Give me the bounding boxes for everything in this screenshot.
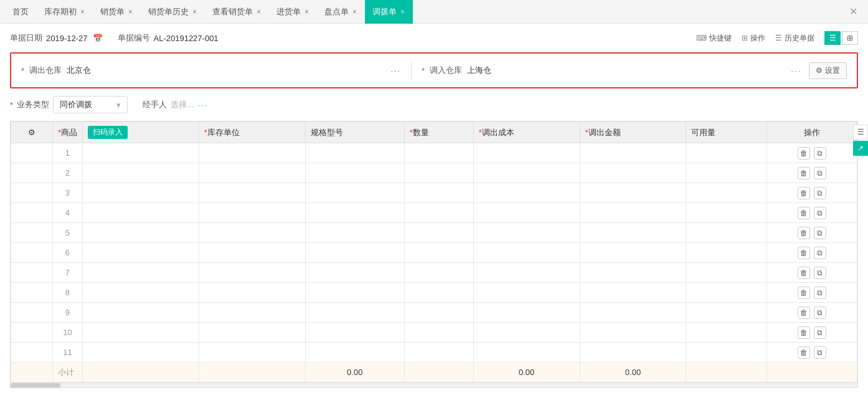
copy-row-icon[interactable]: ⧉ (814, 187, 826, 199)
person-more-btn[interactable]: ··· (197, 100, 208, 110)
person-placeholder[interactable]: 选择... (171, 99, 194, 110)
row-amount-cell (580, 303, 686, 323)
operations-btn[interactable]: ⊞ 操作 (742, 33, 765, 44)
row-unit-cell (199, 263, 305, 283)
delete-row-icon[interactable]: 🗑 (798, 227, 810, 239)
copy-row-icon[interactable]: ⧉ (814, 326, 826, 339)
row-amount-cell (580, 183, 686, 203)
tab-view-sales[interactable]: 查看销货单 × (205, 0, 269, 24)
float-expand-btn[interactable]: ↗ (853, 141, 868, 156)
delete-row-icon[interactable]: 🗑 (798, 307, 810, 319)
copy-row-icon[interactable]: ⧉ (814, 147, 826, 159)
history-icon: ☰ (775, 34, 782, 42)
in-warehouse-value: 上海仓 (467, 65, 491, 76)
row-gear-cell (11, 143, 53, 163)
tab-sales-history[interactable]: 销货单历史 × (141, 0, 205, 24)
delete-row-icon[interactable]: 🗑 (798, 287, 810, 299)
subtotal-qty-val (404, 363, 473, 383)
date-field: 单据日期 2019-12-27 📅 (10, 32, 103, 44)
row-scan-cell (82, 183, 199, 203)
delete-row-icon[interactable]: 🗑 (798, 167, 810, 179)
tab-close-transfer[interactable]: × (400, 7, 405, 16)
tab-sales-order[interactable]: 销货单 × (93, 0, 141, 24)
delete-row-icon[interactable]: 🗑 (798, 247, 810, 259)
tab-bar-close-btn[interactable]: ✕ (843, 2, 863, 22)
copy-row-icon[interactable]: ⧉ (814, 227, 826, 239)
row-spec-cell (305, 303, 404, 323)
row-scan-cell (82, 283, 199, 303)
subtotal-scan (82, 363, 199, 383)
table-row: 11 🗑 ⧉ (11, 343, 857, 363)
tab-inventory-init[interactable]: 库存期初 × (37, 0, 93, 24)
copy-row-icon[interactable]: ⧉ (814, 287, 826, 299)
history-btn[interactable]: ☰ 历史单据 (775, 33, 814, 44)
tab-close-sales-order[interactable]: × (128, 7, 133, 16)
form-row: * 业务类型 同价调拨 ▾ 经手人 选择... ··· (10, 96, 858, 113)
copy-row-icon[interactable]: ⧉ (814, 207, 826, 219)
row-op-cell: 🗑 ⧉ (767, 163, 857, 183)
row-amount-cell (580, 243, 686, 263)
delete-row-icon[interactable]: 🗑 (798, 207, 810, 219)
date-value: 2019-12-27 (46, 34, 88, 43)
tab-transfer[interactable]: 调拨单 × (365, 0, 413, 24)
tab-close-sales-history[interactable]: × (192, 7, 197, 16)
tab-close-purchase[interactable]: × (304, 7, 309, 16)
copy-icon[interactable]: ⧉ (814, 346, 826, 359)
tab-close-inventory-init[interactable]: × (80, 7, 85, 16)
delete-row-icon[interactable]: 🗑 (798, 187, 810, 199)
row-unit-cell (199, 223, 305, 243)
horizontal-scrollbar[interactable] (11, 383, 857, 388)
delete-icon[interactable]: 🗑 (798, 346, 810, 359)
table-row: 3 🗑 ⧉ (11, 183, 857, 203)
layout-grid-btn[interactable]: ⊞ (842, 31, 858, 45)
subtotal-available-cell (686, 343, 767, 363)
copy-row-icon[interactable]: ⧉ (814, 247, 826, 259)
scan-btn[interactable]: 扫码录入 (88, 126, 128, 139)
delete-row-icon[interactable]: 🗑 (798, 326, 810, 339)
copy-row-icon[interactable]: ⧉ (814, 167, 826, 179)
settings-btn[interactable]: ⚙ 设置 (809, 62, 847, 79)
row-cost-cell (473, 163, 580, 183)
right-float-panel: ☰ ↗ (853, 125, 868, 156)
row-scan-cell (82, 163, 199, 183)
float-list-btn[interactable]: ☰ (853, 125, 868, 140)
row-num: 10 (52, 323, 82, 343)
tab-home[interactable]: 首页 (5, 0, 37, 24)
tab-close-view-sales[interactable]: × (257, 7, 261, 16)
gear-icon[interactable]: ⚙ (28, 128, 35, 137)
row-available-cell (686, 303, 767, 323)
subtotal-gear-cell (11, 343, 53, 363)
in-warehouse-more-btn[interactable]: ··· (791, 66, 801, 75)
row-available-cell (686, 203, 767, 223)
row-available-cell (686, 183, 767, 203)
tab-close-stocktake[interactable]: × (352, 7, 357, 16)
row-gear-cell (11, 203, 53, 223)
col-available: 可用量 (686, 122, 767, 143)
row-unit-cell (199, 243, 305, 263)
copy-row-icon[interactable]: ⧉ (814, 267, 826, 279)
shortcuts-btn[interactable]: ⌨ 快捷键 (696, 33, 732, 44)
dropdown-arrow-icon: ▾ (116, 100, 121, 110)
layout-list-btn[interactable]: ☰ (824, 31, 841, 45)
subtotal-cost-cell (473, 343, 580, 363)
col-cost: *调出成本 (473, 122, 580, 143)
calendar-icon[interactable]: 📅 (93, 34, 103, 43)
row-unit-cell (199, 283, 305, 303)
delete-row-icon[interactable]: 🗑 (798, 267, 810, 279)
row-available-cell (686, 163, 767, 183)
operations-icon: ⊞ (742, 34, 748, 42)
copy-row-icon[interactable]: ⧉ (814, 307, 826, 319)
row-op-cell: 🗑 ⧉ (767, 243, 857, 263)
tab-stocktake[interactable]: 盘点单 × (317, 0, 365, 24)
row-qty-cell (404, 263, 473, 283)
warehouse-section: * 调出仓库 北京仓 ··· * 调入仓库 上海仓 ··· ⚙ 设置 (10, 52, 858, 88)
row-gear-cell (11, 323, 53, 343)
scrollbar-thumb[interactable] (11, 383, 60, 388)
biz-type-dropdown[interactable]: 同价调拨 ▾ (53, 96, 128, 113)
tab-purchase[interactable]: 进货单 × (269, 0, 317, 24)
out-warehouse-value: 北京仓 (67, 65, 91, 76)
out-warehouse-more-btn[interactable]: ··· (390, 66, 401, 75)
row-gear-cell (11, 163, 53, 183)
delete-row-icon[interactable]: 🗑 (798, 147, 810, 159)
row-spec-cell (305, 143, 404, 163)
